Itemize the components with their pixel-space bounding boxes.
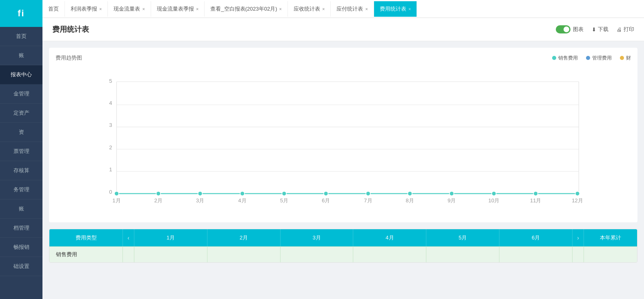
page-title: 费用统计表 [52, 24, 89, 34]
main-area: 首页 利润表季报 × 现金流量表 × 现金流量表季报 × 查看_空白报表(202… [42, 0, 644, 299]
svg-text:7月: 7月 [364, 197, 372, 204]
legend-sales: 销售费用 [552, 55, 578, 62]
svg-text:4: 4 [109, 100, 112, 106]
svg-point-30 [282, 191, 286, 196]
tab-cashflow-q[interactable]: 现金流量表季报 × [151, 1, 205, 17]
sidebar-item-services[interactable]: 务管理 [0, 180, 42, 199]
th-nav-prev[interactable]: ‹ [123, 229, 134, 246]
toggle-label: 图表 [573, 26, 584, 33]
th-month-4: 4月 [353, 229, 426, 246]
svg-text:0: 0 [109, 189, 112, 195]
td-m1 [134, 247, 207, 262]
close-icon[interactable]: × [196, 7, 198, 11]
sidebar-item-funds[interactable]: 金管理 [0, 84, 42, 104]
page-header: 费用统计表 图表 ⬇ 下载 🖨 打印 [42, 18, 644, 41]
th-total: 本年累计 [584, 229, 637, 246]
chart-section: 费用趋势图 销售费用 管理费用 财 [49, 48, 637, 222]
td-spacer-prev [123, 247, 134, 262]
sidebar-item-home[interactable]: 首页 [0, 27, 42, 46]
chart-container: 0 1 2 3 4 5 [56, 65, 631, 216]
td-m2 [207, 247, 281, 262]
sidebar: fi 首页 账 报表中心 金管理 定资产 资 票管理 存核算 务管理 账 档管理… [0, 0, 42, 299]
tab-cashflow-label: 现金流量表 [114, 5, 140, 13]
svg-text:5: 5 [109, 78, 112, 84]
tab-cashflow-q-label: 现金流量表季报 [157, 5, 194, 13]
prev-arrow-icon[interactable]: ‹ [127, 235, 129, 241]
td-type: 销售费用 [49, 247, 123, 262]
close-icon[interactable]: × [322, 7, 325, 11]
tab-cashflow[interactable]: 现金流量表 × [108, 1, 151, 17]
table-header: 费用类型 ‹ 1月 2月 3月 4月 5月 6月 › 本年累计 [49, 229, 637, 246]
download-label: 下载 [598, 26, 608, 33]
svg-text:11月: 11月 [530, 197, 541, 204]
sidebar-item-inventory[interactable]: 存核算 [0, 161, 42, 180]
legend-finance-label: 财 [626, 55, 631, 62]
svg-text:4月: 4月 [238, 197, 246, 204]
tab-payable-label: 应付统计表 [336, 5, 363, 13]
th-month-5: 5月 [426, 229, 499, 246]
th-month-3: 3月 [281, 229, 354, 246]
svg-point-35 [492, 191, 496, 196]
sidebar-item-tickets[interactable]: 票管理 [0, 142, 42, 161]
close-icon[interactable]: × [365, 7, 368, 11]
svg-point-26 [114, 191, 119, 196]
svg-point-33 [408, 191, 412, 196]
download-button[interactable]: ⬇ 下载 [592, 26, 608, 33]
tab-blank-report[interactable]: 查看_空白报表(2023年02月) × [205, 1, 288, 17]
download-icon: ⬇ [592, 27, 596, 33]
close-icon[interactable]: × [99, 7, 102, 11]
sidebar-item-investment[interactable]: 资 [0, 123, 42, 142]
chart-toggle[interactable] [556, 25, 570, 33]
close-icon[interactable]: × [408, 7, 411, 11]
tab-profit-label: 利润表季报 [71, 5, 97, 13]
sidebar-item-settings[interactable]: 础设置 [0, 257, 42, 276]
sidebar-logo: fi [0, 0, 42, 27]
chart-legend: 销售费用 管理费用 财 [552, 55, 631, 62]
th-month-2: 2月 [207, 229, 281, 246]
tab-bar: 首页 利润表季报 × 现金流量表 × 现金流量表季报 × 查看_空白报表(202… [42, 0, 644, 18]
line-chart: 0 1 2 3 4 5 [56, 65, 631, 216]
legend-mgmt-label: 管理费用 [592, 55, 612, 62]
svg-text:5月: 5月 [280, 197, 288, 204]
sidebar-item-assets[interactable]: 定资产 [0, 104, 42, 123]
legend-mgmt: 管理费用 [586, 55, 612, 62]
sidebar-item-ledger[interactable]: 账 [0, 199, 42, 219]
header-actions: 图表 ⬇ 下载 🖨 打印 [556, 25, 634, 33]
tab-receivable[interactable]: 应收统计表 × [288, 1, 331, 17]
svg-point-27 [156, 191, 160, 196]
td-spacer-next [573, 247, 584, 262]
td-m3 [281, 247, 354, 262]
tab-payable[interactable]: 应付统计表 × [331, 1, 374, 17]
page-content: 费用统计表 图表 ⬇ 下载 🖨 打印 费用趋势图 [42, 18, 644, 299]
svg-text:1: 1 [109, 166, 112, 173]
expense-table: 费用类型 ‹ 1月 2月 3月 4月 5月 6月 › 本年累计 销售费用 [49, 229, 637, 263]
td-m6 [499, 247, 573, 262]
next-arrow-icon[interactable]: › [577, 235, 579, 241]
sidebar-item-accounts[interactable]: 账 [0, 46, 42, 65]
legend-dot-mgmt [586, 56, 590, 60]
th-type-label: 费用类型 [76, 234, 97, 241]
th-month-1: 1月 [134, 229, 207, 246]
table-row: 销售费用 [49, 246, 637, 262]
svg-text:9月: 9月 [448, 197, 456, 204]
tab-home[interactable]: 首页 [42, 1, 65, 17]
legend-dot-sales [552, 56, 556, 60]
print-button[interactable]: 🖨 打印 [617, 26, 634, 33]
svg-text:2月: 2月 [154, 197, 163, 204]
sidebar-item-reports[interactable]: 报表中心 [0, 65, 42, 84]
svg-text:10月: 10月 [488, 197, 500, 204]
svg-text:6月: 6月 [322, 197, 330, 204]
svg-text:3: 3 [109, 122, 112, 128]
th-type: 费用类型 [49, 229, 123, 246]
th-nav-next[interactable]: › [573, 229, 584, 246]
tab-expense[interactable]: 费用统计表 × [374, 1, 417, 17]
close-icon[interactable]: × [279, 7, 282, 11]
svg-point-29 [240, 191, 245, 196]
sidebar-item-archive[interactable]: 档管理 [0, 219, 42, 238]
svg-point-31 [324, 191, 328, 196]
sidebar-item-clearance[interactable]: 畅报销 [0, 238, 42, 257]
tab-profit[interactable]: 利润表季报 × [65, 1, 108, 17]
close-icon[interactable]: × [142, 7, 145, 11]
td-m5 [426, 247, 499, 262]
svg-text:2: 2 [109, 144, 112, 151]
